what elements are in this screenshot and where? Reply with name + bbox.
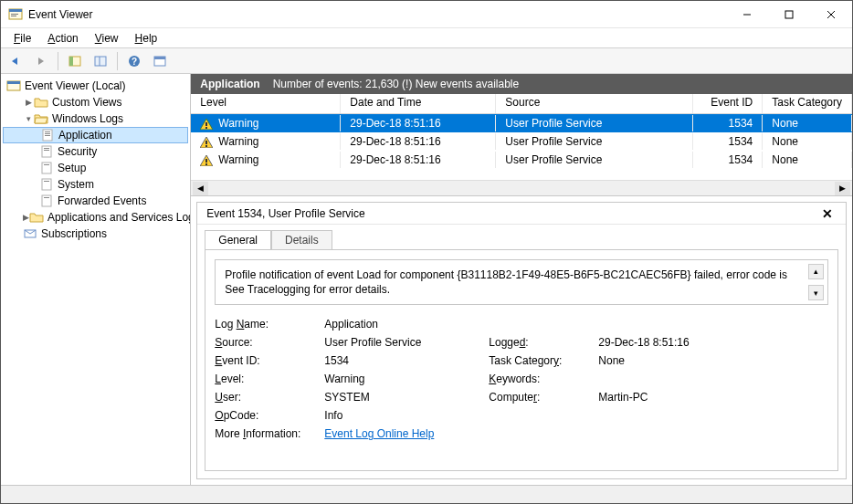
tree-root[interactable]: Event Viewer (Local)	[3, 78, 188, 94]
eventviewer-icon	[6, 79, 21, 93]
tree-application[interactable]: Application	[3, 127, 188, 143]
value-source: User Profile Service	[324, 336, 489, 349]
event-grid[interactable]: Level Date and Time Source Event ID Task…	[191, 94, 852, 196]
menu-file[interactable]: File	[6, 30, 38, 47]
table-row[interactable]: Warning 29-Dec-18 8:51:16 User Profile S…	[191, 132, 852, 151]
warning-icon	[200, 119, 213, 130]
window-title: Event Viewer	[28, 8, 726, 21]
maximize-button[interactable]	[768, 1, 810, 27]
value-level: Warning	[324, 373, 489, 385]
scroll-right-icon[interactable]: ▶	[835, 182, 850, 195]
svg-rect-2	[11, 14, 18, 15]
value-opcode: Info	[324, 409, 489, 422]
tree-custom-views[interactable]: ▶ Custom Views	[3, 94, 188, 110]
tab-general[interactable]: General	[205, 230, 271, 249]
tree-apps-services[interactable]: ▶ Applications and Services Logs	[3, 209, 188, 226]
log-icon	[39, 194, 54, 208]
horizontal-scrollbar[interactable]: ◀ ▶	[191, 180, 852, 195]
expand-icon[interactable]: ▶	[23, 97, 34, 108]
tab-details[interactable]: Details	[271, 230, 332, 249]
app-icon	[8, 7, 23, 22]
scroll-left-icon[interactable]: ◀	[193, 182, 208, 195]
subscription-icon	[23, 226, 37, 241]
value-keywords	[598, 373, 763, 385]
detail-pane: Event 1534, User Profile Service ✕ Gener…	[196, 202, 847, 479]
menu-action[interactable]: Action	[40, 30, 85, 47]
forward-button[interactable]	[30, 51, 52, 71]
label-computer: Computer:	[489, 391, 598, 404]
svg-rect-37	[205, 163, 207, 165]
svg-rect-36	[205, 159, 207, 163]
tree-security[interactable]: Security	[3, 143, 188, 160]
tree-setup[interactable]: Setup	[3, 160, 188, 176]
list-header-title: Application	[200, 78, 259, 90]
svg-rect-27	[42, 179, 51, 190]
show-tree-button[interactable]	[64, 51, 86, 71]
col-datetime[interactable]: Date and Time	[341, 94, 496, 113]
folder-open-icon	[34, 111, 48, 126]
collapse-icon[interactable]: ▾	[23, 113, 34, 124]
value-computer: Martin-PC	[598, 391, 763, 404]
tree-system[interactable]: System	[3, 176, 188, 193]
svg-rect-21	[45, 135, 50, 136]
event-count: Number of events: 21,630 (!) New events …	[273, 78, 520, 90]
event-message: Profile notification of event Load for c…	[215, 259, 828, 305]
tree-label: Custom Views	[52, 96, 121, 109]
svg-rect-25	[42, 163, 51, 173]
titlebar: Event Viewer	[1, 1, 852, 28]
separator	[117, 52, 118, 70]
svg-rect-9	[69, 57, 73, 66]
minimize-button[interactable]	[726, 1, 768, 27]
svg-rect-24	[44, 150, 49, 151]
properties-button[interactable]	[90, 51, 111, 71]
col-level[interactable]: Level	[191, 94, 341, 113]
label-user: User:	[215, 391, 324, 404]
tree-forwarded[interactable]: Forwarded Events	[3, 193, 188, 209]
svg-text:?: ?	[132, 57, 137, 67]
event-log-help-link[interactable]: Event Log Online Help	[324, 427, 434, 440]
message-scrollbar[interactable]: ▴ ▾	[808, 264, 824, 300]
list-header-bar: Application Number of events: 21,630 (!)…	[191, 74, 852, 94]
grid-header: Level Date and Time Source Event ID Task…	[191, 94, 852, 114]
col-source[interactable]: Source	[496, 94, 693, 113]
svg-rect-19	[45, 131, 50, 132]
table-row[interactable]: Warning 29-Dec-18 8:51:16 User Profile S…	[191, 151, 852, 169]
value-logname: Application	[324, 318, 489, 331]
tree-subscriptions[interactable]: Subscriptions	[3, 226, 188, 242]
nav-tree[interactable]: Event Viewer (Local) ▶ Custom Views ▾ Wi…	[1, 74, 191, 485]
svg-rect-3	[11, 16, 16, 16]
value-user: SYSTEM	[324, 391, 489, 404]
col-taskcat[interactable]: Task Category	[763, 94, 852, 113]
label-source: Source:	[215, 336, 324, 349]
svg-rect-30	[44, 197, 49, 198]
svg-rect-22	[42, 146, 51, 157]
label-opcode: OpCode:	[215, 409, 324, 422]
log-icon	[39, 144, 54, 159]
help-button[interactable]: ?	[123, 51, 145, 71]
extra-button[interactable]	[149, 51, 171, 71]
svg-rect-5	[785, 11, 793, 18]
menu-view[interactable]: View	[88, 30, 126, 47]
label-taskcat: Task Category:	[489, 354, 598, 367]
label-logged: Logged:	[489, 336, 598, 349]
table-row[interactable]: Warning 29-Dec-18 8:51:16 User Profile S…	[191, 114, 852, 132]
svg-rect-33	[205, 127, 207, 129]
scroll-down-icon[interactable]: ▾	[808, 285, 824, 300]
col-eventid[interactable]: Event ID	[693, 94, 763, 113]
detail-close-button[interactable]: ✕	[818, 206, 837, 221]
label-keywords: Keywords:	[489, 373, 598, 385]
log-icon	[40, 128, 55, 142]
scroll-up-icon[interactable]: ▴	[808, 264, 824, 279]
toolbar: ?	[1, 48, 852, 74]
value-taskcat: None	[598, 354, 763, 367]
warning-icon	[200, 137, 213, 148]
tree-windows-logs[interactable]: ▾ Windows Logs	[3, 110, 188, 127]
close-button[interactable]	[810, 1, 852, 27]
expand-icon[interactable]: ▶	[23, 212, 29, 223]
back-button[interactable]	[5, 51, 26, 71]
tree-label: Setup	[58, 162, 86, 174]
menu-help[interactable]: Help	[128, 30, 165, 47]
folder-icon	[29, 210, 44, 225]
svg-rect-35	[205, 145, 207, 147]
svg-rect-28	[44, 181, 49, 182]
